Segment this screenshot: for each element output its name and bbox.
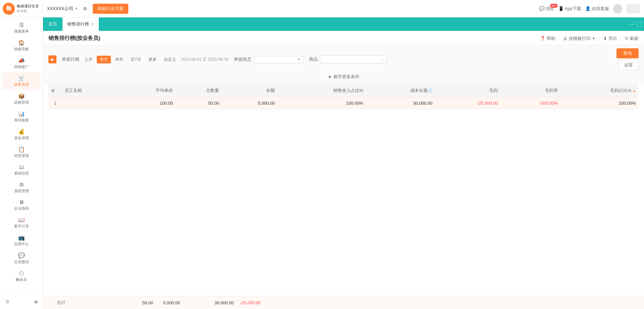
tab-close-icon[interactable]: ✕ [91,22,94,27]
settings-btn[interactable]: 设置 [618,60,639,70]
sidebar-item-marketing[interactable]: 📣 营销推广 [2,55,41,72]
sidebar: 畅 畅康通好生意 标准版 ☰ 搜索菜单 🏠 快捷导航 📣 营销推广 🛒 销售管理… [0,0,43,309]
cell-rank: 1 [48,97,62,109]
operation-nav-icon: 📋 [18,146,25,153]
date-btn-this-month[interactable]: 本月 [97,56,111,63]
sidebar-item-label-guide: 新手引导 [14,224,29,229]
col-avg-price: 平均单价 [119,84,176,97]
apps-nav-icon: 📺 [18,235,25,241]
filter-row-1: ▶ 单据日期 上月 本月 本年 近7天 更多 自定义 2023-06-01 至 … [48,48,639,70]
expand-conditions-btn[interactable]: ▼ 展开更多条件 [324,73,363,81]
avatar[interactable] [613,4,622,13]
query-actions: 查询 设置 [616,48,639,70]
sidebar-item-basic[interactable]: 🗂 基础信息 [2,161,41,178]
app-download-btn[interactable]: 📱 App下载 [558,6,581,12]
col-settings-icon[interactable]: ⚙ [48,84,62,97]
system-nav-icon: ⚙ [19,182,24,188]
sidebar-item-finance[interactable]: 💰 资金管理 [2,126,41,143]
sidebar-item-inventory[interactable]: 📊 库存核算 [2,108,41,125]
online-service-btn[interactable]: 👤 在线客服 [585,6,609,12]
logo-icon: 畅 [3,3,15,15]
template-print-btn[interactable]: 🖨 按模板打印 ▼ [563,36,595,42]
date-btn-7days[interactable]: 近7天 [128,56,144,63]
cell-amount: 5,000.00 [222,97,277,109]
sidebar-item-label-shortcut: 快捷导航 [14,47,29,52]
sidebar-item-guide[interactable]: 📖 新手引导 [2,214,41,231]
date-btn-last-month[interactable]: 上月 [81,56,95,63]
tab-sales-ranking[interactable]: 销售排行榜 ✕ [62,17,99,31]
sidebar-item-shortcut[interactable]: 🏠 快捷导航 [2,37,41,54]
guide-nav-icon: 📖 [18,217,25,223]
sidebar-item-label-system: 系统管理 [14,189,29,194]
goods-input[interactable]: ··· [320,55,387,63]
status-label: 单据状态 [234,56,251,62]
footer-cells: 50.00 5,000.00 30,000.00 -25,000.00 [102,300,639,305]
col-gross-pct: 毛利占比% ▲ [561,84,639,97]
sidebar-item-search[interactable]: ☰ 搜索菜单 [2,19,41,37]
export-label: 导出 [608,36,617,42]
print-icon: 🖨 [563,36,567,41]
date-btn-custom[interactable]: 自定义 [161,56,179,63]
status-dropdown-icon: ▼ [297,58,301,61]
footer-amount: 5,000.00 [156,300,183,305]
sidebar-item-sales[interactable]: 🛒 销售管理 [2,72,41,90]
cell-avg-price: 100.00 [119,97,176,109]
query-btn[interactable]: 查询 [616,48,639,58]
refresh-btn[interactable]: ↻ 刷新 [625,36,639,42]
export-btn[interactable]: ⬇ 导出 [603,36,617,42]
footer-cost-amount: 30,000.00 [210,300,237,305]
sidebar-settings-btn[interactable]: ⚙ [3,297,12,306]
sidebar-item-system[interactable]: ⚙ 系统管理 [2,179,41,196]
cost-info-icon[interactable]: ⓘ [429,89,432,93]
goods-more-icon: ··· [381,57,384,62]
col-gross-margin: 毛利率 [501,84,561,97]
refresh-label: 刷新 [630,36,639,42]
sidebar-item-label-inventory: 库存核算 [14,118,29,123]
user-name-display [627,4,640,13]
sidebar-collapse-btn[interactable]: ◀ [31,297,40,306]
sidebar-item-operation[interactable]: 📋 经营管理 [2,144,41,161]
message-btn[interactable]: 💬 消息 99+ [539,6,554,12]
footer-main-qty: 50.00 [129,300,156,305]
col-revenue-pct: 销售收入占比% [277,84,366,97]
date-btn-more[interactable]: 更多 [145,56,160,63]
filter-toggle-btn[interactable]: ▶ [48,55,56,63]
sidebar-item-label-enterprise: 企业协同 [14,206,29,211]
app-label: App下载 [565,6,581,12]
sidebar-item-member[interactable]: ⬡ 畅会员 [2,267,41,285]
sidebar-item-enterprise[interactable]: 🖥 企业协同 [2,197,41,214]
date-btn-this-year[interactable]: 本年 [112,56,126,63]
sidebar-nav: ☰ 搜索菜单 🏠 快捷导航 📣 营销推广 🛒 销售管理 📦 采购管理 📊 库存核… [0,17,43,294]
sidebar-item-label-purchase: 采购管理 [14,100,29,105]
cell-employee-name [62,97,119,109]
help-btn[interactable]: ❓ 帮助 [540,36,555,42]
status-select[interactable]: ▼ [253,56,304,63]
sidebar-item-apps[interactable]: 📺 应用中心 [2,232,41,249]
table-area: ⚙ 员工名称 平均单价 主数量 全额 销售收入占比% 成本全额 ⓘ 毛利 毛利率… [43,84,644,296]
finance-nav-icon: 💰 [18,128,25,135]
page-header: 销售排行榜(按业务员) ❓ 帮助 | 🖨 按模板打印 ▼ | ⬇ 导出 | [43,31,644,45]
trial-btn[interactable]: 体验行业方案 [93,4,128,14]
cell-gross-pct: 100.00% [561,97,639,109]
print-dropdown-icon: ▼ [592,37,595,40]
filter-row-2: ▼ 展开更多条件 [48,73,639,81]
date-range-display: 2023-06-01 至 2023-06-30 [181,57,228,62]
topbar-gear-btn[interactable]: ⚙ [81,4,90,13]
tab-home-label: 首页 [48,21,57,27]
sidebar-item-wechat[interactable]: 💬 企业微信 [2,250,41,267]
tab-minimize-icon[interactable]: ─ [631,21,634,27]
enterprise-nav-icon: 🖥 [19,199,24,205]
sidebar-item-label-search: 搜索菜单 [14,29,29,34]
logo-area: 畅 畅康通好生意 标准版 [0,0,43,17]
main-area: XXXXXX公司 ▼ ⚙ 体验行业方案 💬 消息 99+ 📱 App下载 👤 在… [43,0,644,309]
sidebar-item-label-member: 畅会员 [16,277,27,282]
sidebar-item-purchase[interactable]: 📦 采购管理 [2,90,41,108]
inventory-nav-icon: 📊 [18,111,25,117]
tab-maximize-icon[interactable]: ⛶ [637,21,641,27]
tab-home[interactable]: 首页 [43,17,62,31]
app-icon: 📱 [558,6,564,11]
expand-label: 展开更多条件 [333,74,359,80]
status-filter: 单据状态 ▼ [234,56,304,63]
company-selector[interactable]: XXXXXX公司 ▼ [47,6,78,12]
col-main-qty: 主数量 [176,84,222,97]
